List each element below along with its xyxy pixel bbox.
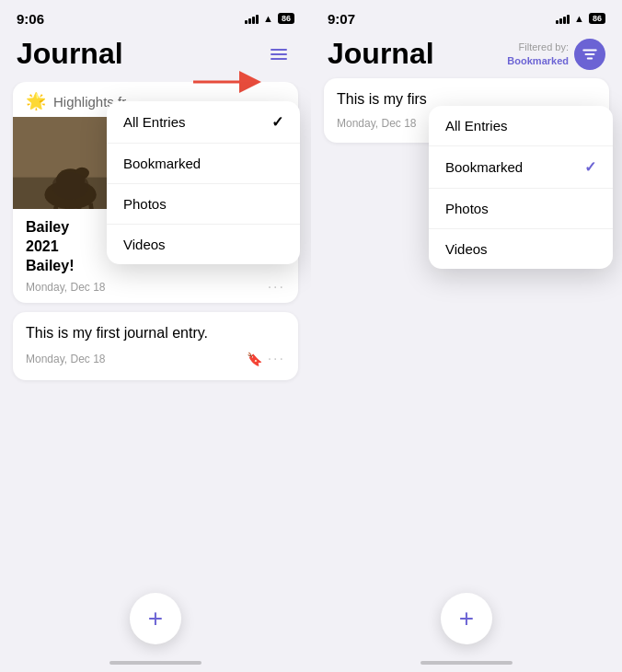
status-bar-right: 9:07 ▲ 86 bbox=[311, 0, 622, 33]
filtered-label: Filtered by: Bookmarked bbox=[507, 41, 569, 67]
arrow-indicator bbox=[193, 68, 267, 99]
filtered-by-text: Filtered by: bbox=[507, 41, 569, 53]
filter-value-text: Bookmarked bbox=[507, 54, 569, 67]
more-options-highlights[interactable]: ··· bbox=[268, 279, 285, 295]
battery-right: 86 bbox=[589, 13, 605, 24]
signal-icon-left bbox=[245, 13, 259, 24]
bookmark-icon-left[interactable]: 🔖 bbox=[247, 352, 262, 366]
filter-button-right[interactable] bbox=[574, 39, 605, 70]
left-phone-panel: 9:06 ▲ 86 Journal bbox=[0, 0, 311, 672]
text-entry-card-left[interactable]: This is my first journal entry. Monday, … bbox=[13, 312, 298, 380]
app-title-left: Journal bbox=[17, 37, 123, 71]
dropdown-label: Videos bbox=[123, 237, 166, 252]
card-meta-highlights: Monday, Dec 18 ··· bbox=[26, 279, 285, 295]
dropdown-label: Videos bbox=[445, 241, 488, 257]
app-header-right: Journal Filtered by: Bookmarked bbox=[311, 33, 622, 78]
right-phone-panel: 9:07 ▲ 86 Journal Filtered by: Bookmarke… bbox=[311, 0, 622, 672]
checkmark-bookmarked: ✓ bbox=[584, 158, 596, 176]
dropdown-item-videos-right[interactable]: Videos bbox=[429, 229, 613, 269]
hamburger-icon-left bbox=[271, 49, 287, 60]
svg-point-6 bbox=[75, 168, 89, 180]
home-indicator-right bbox=[420, 661, 513, 665]
dropdown-item-photos-right[interactable]: Photos bbox=[429, 189, 613, 229]
checkmark-all-entries: ✓ bbox=[271, 113, 283, 131]
fab-plus-left: + bbox=[148, 604, 163, 633]
status-icons-right: ▲ 86 bbox=[556, 13, 605, 24]
dropdown-item-photos-left[interactable]: Photos bbox=[107, 184, 300, 225]
more-options-entry-left[interactable]: ··· bbox=[268, 351, 285, 367]
add-entry-fab-left[interactable]: + bbox=[130, 593, 181, 644]
dropdown-item-all-entries-right[interactable]: All Entries bbox=[429, 106, 613, 146]
dropdown-label: Bookmarked bbox=[123, 156, 201, 171]
add-entry-fab-right[interactable]: + bbox=[441, 593, 492, 644]
dropdown-label: Bookmarked bbox=[445, 159, 523, 175]
status-bar-left: 9:06 ▲ 86 bbox=[0, 0, 311, 33]
card-date-highlights: Monday, Dec 18 bbox=[26, 281, 106, 294]
dropdown-menu-left: All Entries ✓ Bookmarked Photos Videos bbox=[107, 101, 300, 264]
svg-point-4 bbox=[44, 180, 96, 209]
entry-text-left: This is my first journal entry. bbox=[26, 325, 285, 342]
dropdown-item-bookmarked-left[interactable]: Bookmarked bbox=[107, 144, 300, 184]
fab-plus-right: + bbox=[459, 604, 474, 633]
wifi-icon-right: ▲ bbox=[574, 13, 584, 24]
home-indicator-left bbox=[109, 661, 202, 665]
wifi-icon-left: ▲ bbox=[263, 13, 273, 24]
entry-date-left: Monday, Dec 18 bbox=[26, 353, 106, 365]
entry-footer-left: Monday, Dec 18 🔖 ··· bbox=[26, 351, 285, 367]
app-title-right: Journal bbox=[328, 37, 434, 71]
dropdown-item-videos-left[interactable]: Videos bbox=[107, 225, 300, 264]
dropdown-label: All Entries bbox=[123, 114, 186, 130]
filter-button-left[interactable] bbox=[263, 39, 294, 70]
header-right: Filtered by: Bookmarked bbox=[507, 39, 605, 70]
dropdown-label: Photos bbox=[445, 201, 489, 216]
dropdown-item-all-entries-left[interactable]: All Entries ✓ bbox=[107, 101, 300, 144]
dropdown-menu-right: All Entries Bookmarked ✓ Photos Videos bbox=[429, 106, 613, 269]
signal-icon-right bbox=[556, 13, 570, 24]
dropdown-label: All Entries bbox=[445, 118, 508, 133]
entry-actions-left: 🔖 ··· bbox=[247, 351, 285, 367]
filter-icon-right bbox=[582, 46, 598, 63]
status-time-right: 9:07 bbox=[328, 11, 355, 27]
dropdown-item-bookmarked-right[interactable]: Bookmarked ✓ bbox=[429, 146, 613, 189]
battery-left: 86 bbox=[278, 13, 294, 24]
highlights-emoji: 🌟 bbox=[26, 91, 46, 111]
dropdown-label: Photos bbox=[123, 196, 167, 212]
status-icons-left: ▲ 86 bbox=[245, 13, 294, 24]
status-time-left: 9:06 bbox=[17, 11, 44, 27]
